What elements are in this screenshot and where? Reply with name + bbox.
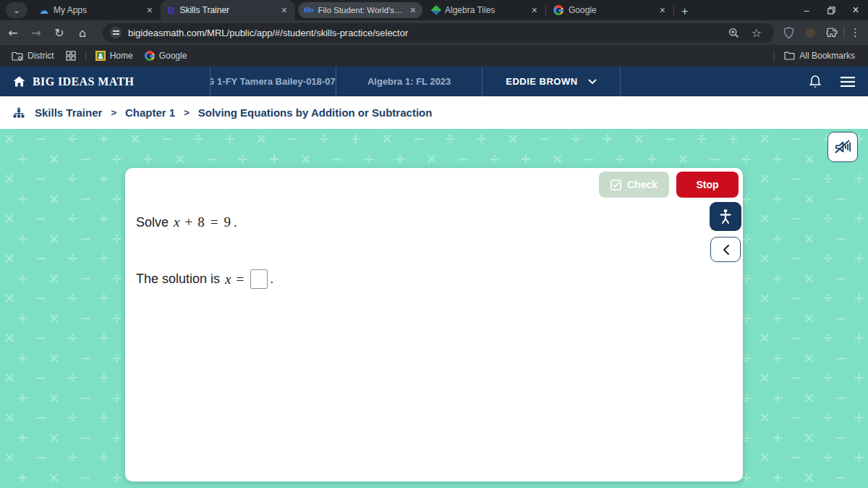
- browser-window: ⌄ ☁ My Apps × B Skills Trainer × filo Fi…: [0, 0, 868, 488]
- tab-search-button[interactable]: ⌄: [6, 2, 27, 18]
- problem-statement: Solve x + 8 = 9 .: [136, 214, 237, 230]
- solution-statement: The solution is x = .: [136, 269, 273, 289]
- tab-algebra-tiles[interactable]: Algebra Tiles ×: [425, 0, 545, 20]
- bookmarks-bar: District Home Google All Bookmarks: [0, 45, 868, 67]
- practice-stage: ×−÷+×−÷+×−÷+×−÷+×−÷+×−÷+×−÷++×−÷+×−÷+×−÷…: [0, 129, 868, 488]
- close-tab-icon[interactable]: ×: [529, 4, 540, 16]
- muted-speaker-icon: [834, 139, 851, 155]
- home-icon: [13, 76, 25, 87]
- notifications-bell-icon[interactable]: [809, 75, 822, 89]
- tab-label: Filo Student: World's Only Live: [318, 6, 404, 14]
- breadcrumb-topic[interactable]: Solving Equations by Addition or Subtrac…: [198, 106, 433, 119]
- apps-grid-icon[interactable]: [60, 48, 82, 64]
- all-bookmarks-button[interactable]: All Bookmarks: [778, 48, 861, 64]
- check-button[interactable]: Check: [599, 172, 669, 198]
- bookmark-label: Google: [159, 51, 187, 61]
- previous-button[interactable]: [710, 237, 741, 262]
- bookmark-label: District: [27, 51, 54, 61]
- toolbar-separator: [843, 27, 844, 38]
- solution-period: .: [270, 272, 273, 287]
- restore-button[interactable]: [819, 0, 843, 20]
- shield-extension-icon[interactable]: [781, 27, 796, 39]
- solution-variable: x: [225, 272, 231, 287]
- equation-addend: 8: [197, 214, 205, 230]
- header-actions: [620, 67, 868, 96]
- breadcrumb: Skills Trainer > Chapter 1 > Solving Equ…: [0, 96, 868, 129]
- tab-label: Algebra Tiles: [445, 5, 524, 15]
- breadcrumb-separator: >: [111, 107, 116, 118]
- new-tab-button[interactable]: +: [674, 5, 695, 20]
- bookmarks-separator: [85, 51, 86, 62]
- browser-menu-icon[interactable]: ⋮: [848, 26, 868, 39]
- sitemap-icon: [12, 106, 26, 119]
- zoom-icon[interactable]: [726, 28, 741, 38]
- close-window-button[interactable]: ×: [843, 0, 868, 20]
- bookmark-label: Home: [110, 51, 133, 61]
- check-label: Check: [627, 179, 658, 190]
- url-text[interactable]: bigideasmath.com/MRL/public/app/#/studen…: [128, 28, 726, 38]
- stop-button[interactable]: Stop: [676, 172, 739, 198]
- back-button[interactable]: ←: [3, 22, 23, 43]
- equation-variable: x: [174, 214, 179, 230]
- period: .: [234, 215, 237, 230]
- chevron-down-icon: [588, 79, 597, 84]
- class-name: ALG 1-FY Tamera Bailey-018-07--12: [210, 67, 336, 96]
- bookmark-district[interactable]: District: [6, 48, 60, 64]
- accessibility-person-icon: [718, 209, 733, 224]
- problem-card: Check Stop Solve x + 8 = 9 .: [125, 168, 743, 481]
- solve-prefix: Solve: [136, 215, 169, 230]
- mute-audio-button[interactable]: [827, 132, 858, 162]
- tab-filo-student[interactable]: filo Filo Student: World's Only Live ×: [295, 0, 425, 20]
- solution-prefix: The solution is: [136, 272, 220, 287]
- site-info-icon[interactable]: [110, 27, 122, 38]
- bookmark-google[interactable]: Google: [139, 48, 193, 64]
- google-icon: [553, 5, 563, 15]
- dim-extension-icon[interactable]: [803, 28, 817, 38]
- classroom-icon: [95, 51, 106, 61]
- extensions-puzzle-icon[interactable]: [825, 27, 839, 38]
- forward-button[interactable]: →: [26, 22, 46, 43]
- bookmark-home[interactable]: Home: [90, 48, 139, 64]
- student-menu[interactable]: EDDIE BROWN: [482, 67, 620, 96]
- close-tab-icon[interactable]: ×: [279, 4, 289, 16]
- tab-label: Google: [569, 5, 652, 15]
- reload-button[interactable]: ↻: [49, 22, 69, 43]
- bookmark-star-icon[interactable]: ☆: [749, 26, 764, 40]
- bookmarks-separator: [774, 51, 775, 62]
- minimize-button[interactable]: –: [794, 0, 819, 20]
- close-tab-icon[interactable]: ×: [408, 4, 418, 16]
- solution-equals-sign: =: [237, 272, 244, 287]
- my-apps-icon: ☁: [39, 5, 48, 16]
- equals-sign: =: [210, 214, 218, 230]
- filo-icon: filo: [304, 7, 314, 14]
- tab-google[interactable]: Google ×: [546, 0, 673, 20]
- hamburger-menu-icon[interactable]: [841, 77, 855, 87]
- brand[interactable]: BIG IDEAS MATH: [0, 67, 210, 96]
- breadcrumb-separator: >: [184, 107, 190, 118]
- breadcrumb-chapter[interactable]: Chapter 1: [125, 106, 175, 119]
- tab-label: Skills Trainer: [179, 5, 273, 15]
- chevron-left-icon: [722, 244, 730, 256]
- chevron-down-icon: ⌄: [13, 6, 20, 15]
- solution-input[interactable]: [250, 269, 268, 289]
- tab-group-pill: filo Filo Student: World's Only Live ×: [298, 2, 422, 18]
- big-ideas-favicon: B: [168, 5, 174, 16]
- close-tab-icon[interactable]: ×: [658, 4, 668, 16]
- accessibility-button[interactable]: [710, 202, 741, 231]
- tab-my-apps[interactable]: ☁ My Apps ×: [32, 0, 161, 20]
- bookmark-label: All Bookmarks: [799, 51, 855, 61]
- window-controls: – ×: [794, 0, 868, 20]
- address-bar[interactable]: bigideasmath.com/MRL/public/app/#/studen…: [103, 23, 774, 43]
- browser-toolbar: ← → ↻ ⌂ bigideasmath.com/MRL/public/app/…: [0, 20, 868, 45]
- plus-sign: +: [184, 214, 192, 230]
- tab-skills-trainer[interactable]: B Skills Trainer ×: [161, 0, 295, 20]
- app-header: BIG IDEAS MATH ALG 1-FY Tamera Bailey-01…: [0, 67, 868, 96]
- student-name: EDDIE BROWN: [506, 76, 577, 87]
- managed-folder-icon: [12, 51, 23, 61]
- close-tab-icon[interactable]: ×: [145, 4, 155, 16]
- equation-result: 9: [224, 214, 231, 230]
- tab-strip: ⌄ ☁ My Apps × B Skills Trainer × filo Fi…: [0, 0, 868, 20]
- breadcrumb-skills-trainer[interactable]: Skills Trainer: [35, 106, 102, 119]
- home-button[interactable]: ⌂: [72, 22, 93, 43]
- algebra-tiles-icon: [431, 5, 441, 15]
